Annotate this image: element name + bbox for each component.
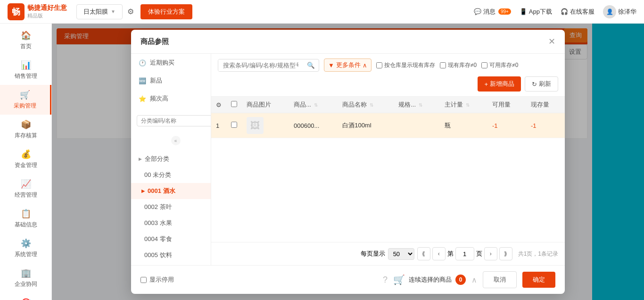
- checkbox-available-input[interactable]: [481, 62, 487, 68]
- col-code[interactable]: 商品... ⇅: [289, 97, 338, 113]
- headset-icon: 🎧: [561, 8, 568, 15]
- clock-icon: 🕐: [139, 59, 146, 67]
- toolbar-right: + 新增商品 ↻ 刷新: [478, 76, 558, 92]
- show-disabled-label: 显示停用: [149, 275, 174, 284]
- category-all[interactable]: ▶ 全部分类: [131, 151, 211, 167]
- col-unit[interactable]: 主计量 ⇅: [440, 97, 487, 113]
- category-search-row: 🔍: [131, 111, 211, 130]
- experience-btn[interactable]: 体验行业方案: [140, 4, 192, 19]
- cat0001-tri-icon: ▶: [141, 189, 145, 193]
- cart-count: 0: [455, 275, 466, 285]
- checkbox-current-input[interactable]: [440, 62, 446, 68]
- collapse-footer-icon[interactable]: ∧: [471, 275, 477, 284]
- sidebar-item-purchase[interactable]: 🛒 采购管理: [0, 85, 51, 115]
- sort-spec-icon: ⇅: [419, 102, 422, 108]
- show-disabled-checkbox[interactable]: [140, 277, 147, 283]
- cart-icon[interactable]: 🛒: [393, 274, 405, 285]
- row-name: 白酒100ml: [338, 113, 394, 138]
- row-code: 000600...: [289, 113, 338, 138]
- add-product-btn[interactable]: + 新增商品: [478, 76, 521, 92]
- per-page-area: 每页显示 50 10 20 100: [361, 248, 414, 260]
- filter-icon: ▼: [328, 62, 334, 69]
- category-search-input[interactable]: [137, 115, 211, 126]
- col-name[interactable]: 商品名称 ⇅: [338, 97, 394, 113]
- sidebar-label-finance: 资金管理: [15, 161, 37, 169]
- sidebar-item-basic[interactable]: 📋 基础信息: [0, 204, 51, 233]
- nav-selector[interactable]: 日太阳膜 ▼: [76, 4, 123, 19]
- app-download-label: App下载: [529, 8, 552, 16]
- cat0004-label: 0004 零食: [144, 235, 172, 243]
- sidebar-label-business: 经营管理: [15, 191, 37, 199]
- page-suffix: 页: [476, 250, 482, 258]
- product-image: 🖼: [247, 117, 264, 134]
- page-input[interactable]: [455, 247, 474, 260]
- more-filter-btn[interactable]: ▼ 更多条件 ∧: [324, 58, 372, 72]
- category-cat0001[interactable]: ▶ 0001 酒水: [131, 183, 211, 199]
- frequent-item[interactable]: ⭐ 频次高: [131, 90, 211, 108]
- sidebar-label-enterprise: 企业协同: [15, 280, 37, 288]
- first-page-btn[interactable]: ⟪: [417, 247, 430, 260]
- collapse-left-btn[interactable]: «: [171, 136, 181, 145]
- sidebar-item-sales[interactable]: 📊 销售管理: [0, 55, 51, 85]
- per-page-select[interactable]: 50 10 20 100: [388, 248, 414, 260]
- category-list: ▶ 全部分类 00 未分类 ▶ 0001 酒水 0002 茶: [131, 151, 211, 265]
- row-checkbox[interactable]: [231, 122, 237, 128]
- sort-name-icon: ⇅: [370, 102, 373, 108]
- sidebar-label-home: 首页: [20, 42, 32, 50]
- row-image-cell: 🖼: [242, 113, 289, 138]
- category-cat0003[interactable]: 0003 水果: [131, 215, 211, 231]
- prev-page-btn[interactable]: ‹: [432, 247, 446, 260]
- messages-nav[interactable]: 💬 消息 99: [474, 8, 511, 16]
- product-table-wrap: ⚙ 商品图片 商品... ⇅: [211, 97, 565, 242]
- recent-purchase-item[interactable]: 🕐 近期购买: [131, 54, 211, 72]
- sidebar-item-home[interactable]: 🏠 首页: [0, 25, 51, 55]
- cancel-btn[interactable]: 取消: [483, 271, 517, 288]
- top-nav: 畅 畅捷通好生意 精品版 日太阳膜 ▼ ⚙ 体验行业方案 💬 消息 99 📱 A…: [0, 0, 644, 24]
- sales-icon: 📊: [21, 60, 31, 70]
- close-icon[interactable]: ✕: [548, 36, 555, 47]
- product-search-btn[interactable]: 🔍: [303, 59, 319, 71]
- sidebar-item-guide[interactable]: 🎯 新手引导: [0, 293, 51, 300]
- modal-right-panel: 🔍 ▼ 更多条件 ∧ 按仓库显示现有库存: [211, 54, 565, 265]
- select-all-checkbox[interactable]: [231, 101, 237, 107]
- star-icon: ⭐: [139, 95, 146, 102]
- category-cat00[interactable]: 00 未分类: [131, 167, 211, 183]
- help-icon[interactable]: ?: [383, 275, 388, 285]
- app-download-nav[interactable]: 📱 App下载: [520, 8, 552, 16]
- table-row[interactable]: 1 🖼 000600... 白酒100ml: [211, 113, 565, 138]
- new-product-item[interactable]: 🆕 新品: [131, 72, 211, 90]
- cart-label: 连续选择的商品: [409, 275, 452, 284]
- nav-right: 💬 消息 99 📱 App下载 🎧 在线客服 👤 徐泽华: [474, 5, 636, 18]
- refresh-btn[interactable]: ↻ 刷新: [525, 76, 558, 92]
- modal-pagination: 每页显示 50 10 20 100 ⟪ ‹: [211, 242, 565, 265]
- last-page-btn[interactable]: ⟫: [499, 247, 512, 260]
- checkbox-warehouse-stock[interactable]: 按仓库显示现有库存: [376, 61, 435, 69]
- checkbox-current-stock[interactable]: 现有库存≠0: [440, 61, 477, 69]
- sidebar-item-inventory[interactable]: 📦 库存核算: [0, 115, 51, 144]
- user-nav[interactable]: 👤 徐泽华: [603, 5, 636, 18]
- col-name-label: 商品名称: [342, 101, 367, 108]
- sidebar-item-finance[interactable]: 💰 资金管理: [0, 144, 51, 174]
- col-settings[interactable]: ⚙: [211, 97, 226, 113]
- category-cat0002[interactable]: 0002 茶叶: [131, 199, 211, 215]
- page-nav: ⟪ ‹ 第 页 › ⟫: [417, 247, 512, 260]
- checkbox-warehouse-input[interactable]: [376, 62, 382, 68]
- row-spec: [394, 113, 440, 138]
- next-page-btn[interactable]: ›: [484, 247, 497, 260]
- col-spec[interactable]: 规格... ⇅: [394, 97, 440, 113]
- row-stock: -1: [526, 113, 565, 138]
- online-service-nav[interactable]: 🎧 在线客服: [561, 8, 594, 16]
- category-cat0004[interactable]: 0004 零食: [131, 231, 211, 247]
- confirm-btn[interactable]: 确定: [522, 272, 555, 288]
- checkbox-available-stock[interactable]: 可用库存≠0: [481, 61, 518, 69]
- category-cat0005[interactable]: 0005 饮料: [131, 247, 211, 263]
- message-icon: 💬: [474, 8, 481, 15]
- gear-icon[interactable]: ⚙: [127, 7, 134, 16]
- sidebar-item-business[interactable]: 📈 经营管理: [0, 174, 51, 204]
- sidebar-item-system[interactable]: ⚙️ 系统管理: [0, 233, 51, 263]
- row-checkbox-cell[interactable]: [226, 113, 242, 138]
- basic-icon: 📋: [21, 208, 31, 219]
- new-label: 新品: [150, 76, 162, 85]
- sidebar-item-enterprise[interactable]: 🏢 企业协同: [0, 263, 51, 293]
- product-search-input[interactable]: [218, 59, 303, 71]
